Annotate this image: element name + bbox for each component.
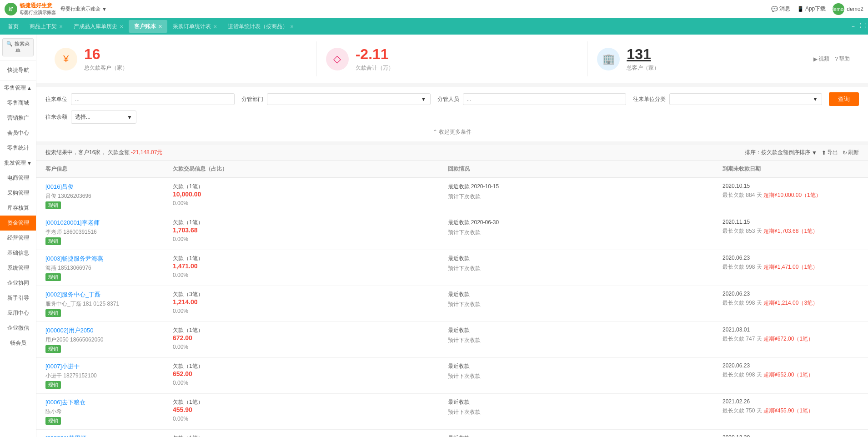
sort-selector[interactable]: 排序：按欠款金额倒序排序 ▼ [745, 149, 817, 156]
sidebar-item-member[interactable]: 畅会员 [0, 336, 36, 351]
app-download-btn[interactable]: 📱 App下载 [797, 5, 826, 13]
sidebar-item-app-center[interactable]: 应用中心 [0, 306, 36, 321]
recovery-next-2: 预计下次收款 [448, 265, 723, 272]
customer-name-6[interactable]: [0006]去下粮仓 [45, 398, 173, 407]
sidebar-item-retail-management[interactable]: 零售管理 ▲ [0, 80, 36, 95]
overdue-link-2[interactable]: 超期¥1,471.00（1笔） [763, 264, 818, 270]
customer-name-5[interactable]: [0007]小进干 [45, 362, 173, 371]
chevron-down-icon-category: ▼ [813, 96, 818, 102]
export-btn[interactable]: ⬆ 导出 [822, 149, 838, 156]
recovery-date-7: 最近收款 [448, 434, 723, 437]
tab-close-customer-account[interactable]: ✕ [158, 24, 162, 29]
sidebar-item-enterprise-coop[interactable]: 企业协同 [0, 276, 36, 291]
tab-close-inbound-summary[interactable]: ✕ [290, 24, 294, 29]
query-button[interactable]: 查询 [829, 92, 859, 106]
data-table: 客户信息 欠款交易信息（占比） 回款情况 到期未收款日期 [0016]吕俊 吕俊… [36, 161, 868, 437]
recovery-next-5: 预计下次收款 [448, 372, 723, 380]
debt-amount-0[interactable]: 10,000.00 [173, 191, 448, 198]
debt-count-3: 欠款（3笔） [173, 291, 448, 298]
sidebar-item-basic-info[interactable]: 基础信息 [0, 246, 36, 261]
recovery-info-7: 最近收款 预计下次收款 [448, 434, 723, 437]
sidebar-item-purchase[interactable]: 采购管理 [0, 186, 36, 201]
overdue-link-3[interactable]: 超期¥1,214.00（3笔） [763, 300, 818, 306]
overdue-link-5[interactable]: 超期¥652.00（1笔） [763, 372, 813, 378]
filter-input-manager[interactable]: ... [463, 93, 627, 105]
tab-close-product-shelf[interactable]: ✕ [59, 24, 63, 29]
tab-inbound-summary[interactable]: 进货单统计表（按商品） ✕ [222, 20, 299, 33]
customer-name-4[interactable]: [000002]用户2050 [45, 326, 173, 335]
sidebar-item-finance[interactable]: 资金管理 [0, 216, 36, 231]
due-detail-0: 最长欠款 884 天 超期¥10,000.00（1笔） [722, 191, 859, 199]
collapse-icon: ⌃ [433, 129, 437, 135]
sidebar-item-ecommerce[interactable]: 电商管理 [0, 171, 36, 186]
recovery-date-0: 最近收款 2020-10-15 [448, 183, 723, 191]
debt-amount-4[interactable]: 672.00 [173, 334, 448, 342]
demo-suite-selector[interactable]: 母婴行业演示账套 ▼ [60, 5, 107, 12]
debt-amount-5[interactable]: 652.00 [173, 370, 448, 377]
debt-amount-2[interactable]: 1,471.00 [173, 262, 448, 270]
help-icon: ? [835, 56, 838, 62]
filter-input-dots-2: ... [467, 96, 472, 102]
sidebar-item-member-center[interactable]: 会员中心 [0, 126, 36, 141]
refresh-btn[interactable]: ↻ 刷新 [843, 149, 859, 156]
customer-info-3: [0002]服务中心_丁磊 服务中心_丁磊 181 0125 8371 现销 [45, 291, 173, 317]
table-row: [000001]黄思源 黄思源 13552700226 现销 欠款（1笔） 42… [36, 430, 868, 437]
collapse-filters-btn[interactable]: ⌃ 收起更多条件 [45, 128, 859, 136]
sidebar-item-marketing[interactable]: 营销推广 [0, 111, 36, 126]
tab-product-shelf[interactable]: 商品上下架 ✕ [24, 20, 68, 33]
due-info-6: 2021.02.26 最长欠款 750 天 超期¥455.90（1笔） [722, 398, 859, 425]
debt-amount-1[interactable]: 1,703.68 [173, 226, 448, 234]
tab-customer-account[interactable]: 客户账本 ✕ [129, 20, 167, 33]
video-icon: ▶ [813, 56, 818, 62]
overdue-link-4[interactable]: 超期¥672.00（1笔） [763, 336, 813, 342]
top-bar: 好 畅捷通好生意 母婴行业演示账套 母婴行业演示账套 ▼ 💬 消息 📱 App下… [0, 0, 868, 18]
card-all-customers: 🏢 131 总客户（家） ▶ 视频 ? 帮助 [588, 41, 859, 76]
overdue-link-0[interactable]: 超期¥10,000.00（1笔） [763, 192, 821, 198]
card-number-total: -2.11 [356, 46, 394, 63]
customer-tag-0: 现销 [45, 201, 61, 209]
sidebar-item-system[interactable]: 系统管理 [0, 261, 36, 276]
sidebar-item-batch-management[interactable]: 批发管理 ▼ [0, 156, 36, 171]
recovery-info-1: 最近收款 2020-06-30 预计下次收款 [448, 219, 723, 245]
card-label-debt: 总欠款客户（家） [84, 64, 128, 72]
sidebar-item-inventory[interactable]: 库存核算 [0, 201, 36, 216]
filter-input-source-unit[interactable]: ... [71, 93, 235, 105]
tab-maximize-btn[interactable]: ⛶ [860, 22, 866, 30]
customer-name-3[interactable]: [0002]服务中心_丁磊 [45, 291, 173, 299]
sidebar-item-retail-stats[interactable]: 零售统计 [0, 141, 36, 156]
card-icon-debt: ¥ [55, 48, 77, 70]
message-btn[interactable]: 💬 消息 [771, 5, 790, 13]
sidebar-item-quick-nav[interactable]: 快捷导航 [0, 63, 36, 78]
download-icon: 📱 [797, 6, 804, 12]
sidebar-search-btn[interactable]: 🔍 搜索菜单 [2, 38, 34, 56]
tab-purchase-summary[interactable]: 采购订单统计表 ✕ [167, 20, 222, 33]
customer-name-2[interactable]: [0003]畅捷服务尹海燕 [45, 255, 173, 263]
customer-name-7[interactable]: [000001]黄思源 [45, 434, 173, 437]
tab-close-purchase-summary[interactable]: ✕ [213, 24, 217, 29]
filter-select-balance[interactable]: 选择... ▼ [71, 111, 136, 124]
sidebar-item-new-guide[interactable]: 新手引导 [0, 291, 36, 306]
filter-select-unit-category[interactable]: ▼ [669, 93, 822, 105]
tab-close-production-history[interactable]: ✕ [120, 24, 123, 29]
video-btn[interactable]: ▶ 视频 [813, 55, 829, 63]
tab-home[interactable]: 首页 [2, 20, 24, 33]
debt-amount-3[interactable]: 1,214.00 [173, 298, 448, 306]
user-avatar[interactable]: demo2 demo2 [833, 3, 863, 15]
customer-name-0[interactable]: [0016]吕俊 [45, 183, 173, 191]
debt-amount-6[interactable]: 455.90 [173, 406, 448, 413]
tab-production-history[interactable]: 产成品入库单历史 ✕ [68, 20, 129, 33]
help-btn[interactable]: ? 帮助 [835, 55, 850, 63]
sidebar-item-retail-store[interactable]: 零售商城 [0, 95, 36, 111]
overdue-link-1[interactable]: 超期¥1,703.68（1笔） [763, 228, 818, 234]
customer-name-1[interactable]: [0001020001]李老师 [45, 219, 173, 227]
tab-minimize-btn[interactable]: － [850, 22, 856, 30]
recovery-next-0: 预计下次收款 [448, 193, 723, 201]
sidebar-item-operations[interactable]: 经营管理 [0, 231, 36, 246]
table-row: [0003]畅捷服务尹海燕 海燕 18513066976 现销 欠款（1笔） 1… [36, 250, 868, 286]
filter-source-unit: 往来单位 ... [45, 93, 235, 105]
sidebar-item-enterprise-wechat[interactable]: 企业微信 [0, 321, 36, 336]
filter-area: 往来单位 ... 分管部门 ▼ 分管人员 [36, 87, 868, 141]
filter-select-dept[interactable]: ▼ [267, 93, 431, 105]
overdue-link-6[interactable]: 超期¥455.90（1笔） [763, 407, 813, 414]
debt-count-4: 欠款（1笔） [173, 326, 448, 334]
